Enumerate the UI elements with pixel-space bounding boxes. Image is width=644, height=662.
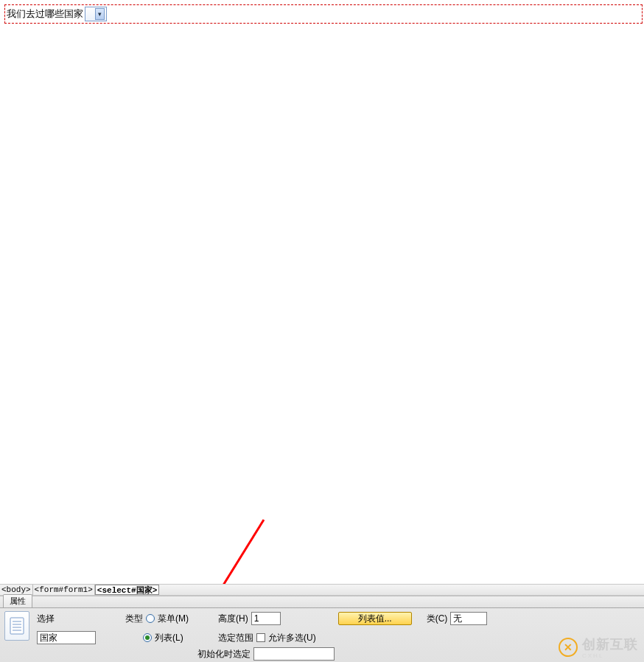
col-height-range: 高度(H) 选定范围 允许多选(U) [218,611,316,645]
radio-menu[interactable] [146,614,155,623]
range-label: 选定范围 [218,632,253,644]
multi-select-checkbox[interactable] [256,633,265,642]
select-inspector-icon [4,611,29,641]
multi-select-label: 允许多选(U) [268,632,316,644]
design-canvas: 我们去过哪些国家 ▾ [0,0,644,582]
svg-rect-1 [10,618,24,634]
class-label: 类(C) [427,613,448,625]
tag-chip-select[interactable]: <select#国家> [95,585,159,595]
chevron-down-icon: ▾ [95,8,105,20]
col-list-values: 列表值... [338,611,412,626]
form-dashed-outline[interactable]: 我们去过哪些国家 ▾ [4,4,643,24]
init-select-label: 初始化时选定 [197,648,251,661]
element-name-input[interactable] [37,631,96,644]
tag-chip-body[interactable]: <body> [0,585,33,595]
class-input[interactable] [450,612,487,625]
properties-body: 选择 类型 菜单(M) 列表(L) 高度(H) [0,608,644,648]
type-label: 类型 [125,613,143,625]
init-select-input[interactable] [253,647,335,661]
watermark-sub: CXHL [582,653,638,659]
col-type: 类型 菜单(M) 列表(L) [125,611,189,645]
country-select[interactable]: ▾ [85,7,107,21]
height-label: 高度(H) [218,613,248,625]
height-input[interactable] [251,612,281,625]
init-select-row: 初始化时选定 [197,647,335,661]
section-title: 选择 [37,613,55,625]
radio-list-label: 列表(L) [155,632,183,644]
properties-panel: 属性 选择 类型 菜单(M) 列表(L) [0,596,644,662]
col-name: 选择 [37,611,96,645]
list-values-button[interactable]: 列表值... [338,612,412,625]
form-prompt-text: 我们去过哪些国家 [7,7,85,21]
tag-chip-form[interactable]: <form#form1> [33,585,95,595]
col-class: 类(C) [427,611,488,626]
radio-list[interactable] [143,633,152,642]
tab-properties[interactable]: 属性 [3,594,32,607]
tag-selector-bar[interactable]: <body> <form#form1> <select#国家> [0,584,644,596]
properties-tab-row: 属性 [0,596,644,608]
radio-menu-label: 菜单(M) [158,613,189,625]
